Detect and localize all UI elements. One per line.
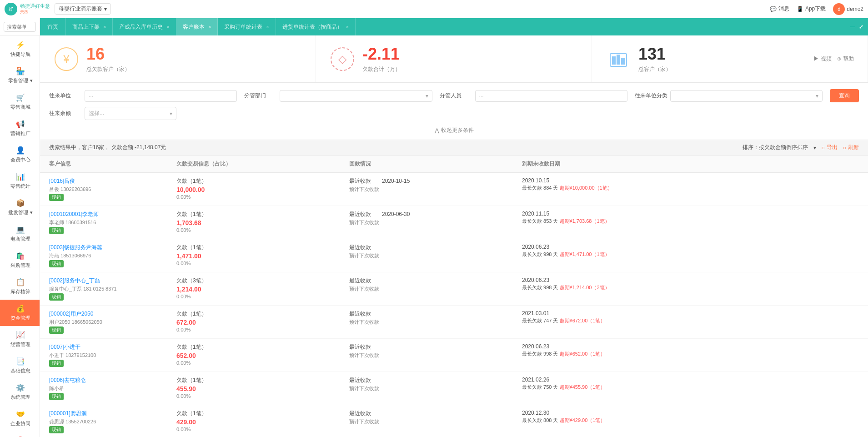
sidebar-item-ecommerce[interactable]: 💻 电商管理 — [0, 221, 40, 247]
sidebar-item-inventory[interactable]: 📋 库存核算 — [0, 273, 40, 300]
overdue-link[interactable]: 超期¥429.00（1笔） — [560, 417, 606, 423]
sidebar-item-base-info[interactable]: 📑 基础信息 — [0, 352, 40, 379]
tab-close-icon[interactable]: × — [103, 24, 106, 30]
sidebar-item-retail-stats[interactable]: 📊 零售统计 — [0, 168, 40, 194]
store-dropdown-icon: ▾ — [104, 6, 107, 12]
tab-purchase-stats-label: 采购订单统计表 — [224, 23, 262, 31]
store-selector[interactable]: 母婴行业演示账套 ▾ — [55, 3, 111, 15]
tab-purchase-stats[interactable]: 采购订单统计表 × — [218, 18, 276, 35]
overdue-link[interactable]: 超期¥455.90（1笔） — [560, 384, 606, 390]
tab-purchase-import[interactable]: 进货单统计表（按商品） × — [276, 18, 356, 35]
overdue-link[interactable]: 超期¥672.00（1笔） — [560, 318, 606, 323]
sidebar-item-marketing[interactable]: 📢 营销推广 — [0, 115, 40, 141]
last-payment-label: 最近收款 2020-06-30 — [349, 211, 522, 218]
tab-minus-icon[interactable]: — — [850, 24, 855, 30]
customer-name-link[interactable]: [000002]用户2050 — [49, 310, 176, 318]
customer-name-link[interactable]: [0007]小进干 — [49, 343, 176, 351]
sidebar-item-quick-nav[interactable]: ⚡ 快捷导航 — [0, 36, 40, 62]
export-btn[interactable]: ○ 导出 — [822, 144, 838, 151]
overdue-link[interactable]: 超期¥1,703.68（1笔） — [560, 218, 610, 224]
debt-count: 欠款（1笔） — [176, 377, 349, 384]
sidebar-search[interactable] — [0, 18, 40, 36]
tab-right-actions: — ⤢ — [850, 24, 868, 30]
sidebar-item-capital[interactable]: 💰 资金管理 — [0, 300, 40, 326]
debt-amount: 10,000.00 — [176, 186, 349, 193]
collapse-btn[interactable]: ⋀ 收起更多条件 — [49, 125, 859, 136]
overdue-info: 最长欠款 998 天 超期¥1,214.00（3笔） — [522, 284, 859, 291]
sidebar-search-input[interactable] — [4, 22, 36, 32]
tab-maximize-icon[interactable]: ⤢ — [859, 24, 863, 30]
customer-name-link[interactable]: [0001020001]李老师 — [49, 211, 176, 218]
overdue-link[interactable]: 超期¥652.00（1笔） — [560, 351, 606, 357]
balance-select[interactable]: 选择... ▾ — [85, 107, 176, 120]
download-icon: 📱 — [797, 6, 803, 12]
debt-percent: 0.00% — [176, 194, 349, 200]
view-btn[interactable]: ▶ 视频 — [813, 55, 831, 63]
customer-contact: 海燕 18513066976 — [49, 252, 176, 259]
app-download-btn[interactable]: 📱 App下载 — [797, 5, 826, 13]
recovery-cell: 最近收款 预计下次收款 — [349, 310, 522, 326]
due-date-cell: 2021.03.01 最长欠款 747 天 超期¥672.00（1笔） — [522, 310, 859, 324]
tab-close-icon[interactable]: × — [346, 24, 349, 30]
overdue-info: 最长欠款 853 天 超期¥1,703.68（1笔） — [522, 218, 859, 225]
overdue-link[interactable]: 超期¥10,000.00（1笔） — [560, 185, 612, 191]
tab-close-icon[interactable]: × — [208, 24, 211, 30]
next-payment-label: 预计下次收款 — [349, 252, 522, 259]
sidebar-item-purchase[interactable]: 🛍️ 采购管理 — [0, 247, 40, 273]
tab-close-icon[interactable]: × — [266, 24, 269, 30]
sidebar-item-ops[interactable]: 📈 经营管理 — [0, 326, 40, 352]
header-date: 到期未收款日期 — [522, 160, 859, 168]
from-unit-input[interactable]: ··· — [85, 90, 237, 102]
sidebar-item-member[interactable]: 👤 会员中心 — [0, 141, 40, 168]
tab-product-history[interactable]: 产成品入库单历史 × — [113, 18, 176, 35]
sys-mgmt-icon: ⚙️ — [16, 383, 25, 392]
next-payment-label: 预计下次收款 — [349, 352, 522, 359]
sidebar-item-label: 会员中心 — [10, 156, 30, 163]
customer-name-link[interactable]: [0006]去屯粮仓 — [49, 377, 176, 384]
sidebar-item-enterprise[interactable]: 🤝 企业协同 — [0, 405, 40, 432]
total-customers-value: 131 — [638, 45, 671, 64]
unit-category-select[interactable]: ▾ — [670, 90, 823, 102]
due-date-value: 2021.03.01 — [522, 310, 859, 316]
sidebar-item-batch-mgmt[interactable]: 📦 批发管理 ▾ — [0, 194, 40, 221]
sidebar-item-retail-mall[interactable]: 🛒 零售商城 — [0, 89, 40, 115]
user-profile-btn[interactable]: d demo2 — [833, 3, 863, 15]
sidebar-item-sys-mgmt[interactable]: ⚙️ 系统管理 — [0, 379, 40, 405]
customer-name-link[interactable]: [0003]畅捷服务尹海蕊 — [49, 244, 176, 251]
message-btn[interactable]: 💬 消息 — [770, 5, 789, 13]
refresh-btn[interactable]: ○ 刷新 — [843, 144, 859, 151]
tab-close-icon[interactable]: × — [166, 24, 169, 30]
dept-select[interactable]: ▾ — [280, 90, 432, 102]
last-payment-label: 最近收款 — [349, 343, 522, 351]
total-customers-icon-wrap — [606, 46, 631, 72]
sidebar-item-retail-mgmt[interactable]: 🏪 零售管理 ▾ — [0, 62, 40, 89]
results-info: 搜索结果中，客户16家， 欠款金额 -21,148.07元 — [49, 144, 166, 151]
debt-amount: 1,471.00 — [176, 252, 349, 260]
dept-label: 分管部门 — [244, 92, 276, 100]
tab-product-publish[interactable]: 商品上下架 × — [66, 18, 113, 35]
tab-home[interactable]: 首页 — [40, 18, 66, 35]
customer-info-cell: [000001]龚思源 龚思源 13552700226 现销 — [49, 410, 176, 433]
due-date-value: 2020.06.23 — [522, 277, 859, 283]
customer-name-link[interactable]: [0016]吕俊 — [49, 177, 176, 185]
query-button[interactable]: 查询 — [830, 89, 859, 102]
summary-card-debt-amount: ◇ -2.11 欠款合计（万） — [316, 35, 592, 82]
overdue-link[interactable]: 超期¥1,471.00（1笔） — [560, 251, 610, 257]
help-btn[interactable]: ⊙ 帮助 — [837, 55, 854, 63]
sidebar-item-guide[interactable]: 🎯 新手引导 — [0, 432, 40, 437]
recovery-cell: 最近收款 预计下次收款 — [349, 410, 522, 425]
sidebar-item-label: 快捷导航 — [10, 51, 30, 58]
manager-input[interactable]: ··· — [475, 90, 627, 102]
tab-customer-account[interactable]: 客户账本 × — [176, 18, 218, 35]
customer-name-link[interactable]: [0002]服务中心_丁磊 — [49, 277, 176, 285]
results-debt-text: 欠款金额 -21,148.07元 — [111, 144, 166, 151]
customer-name-link[interactable]: [000001]龚思源 — [49, 410, 176, 417]
due-date-cell: 2020.06.23 最长欠款 998 天 超期¥652.00（1笔） — [522, 343, 859, 357]
unit-category-label: 往来单位分类 — [635, 92, 667, 100]
enterprise-icon: 🤝 — [16, 410, 25, 418]
overdue-link[interactable]: 超期¥1,214.00（3笔） — [560, 285, 610, 290]
manager-dots: ··· — [479, 93, 484, 99]
sidebar-item-label: 批发管理 ▾ — [8, 209, 32, 216]
debt-percent: 0.00% — [176, 294, 349, 299]
unit-category-dropdown-icon: ▾ — [816, 93, 818, 99]
